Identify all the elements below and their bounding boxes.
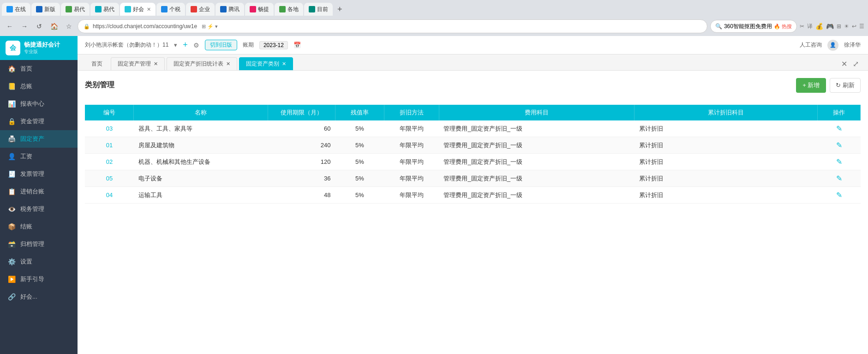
tab-category[interactable]: 固定资产类别 ✕ (239, 57, 293, 70)
sidebar-item-tax[interactable]: 👁️ 税务管理 (0, 200, 78, 218)
menu-icon[interactable]: ☰ (859, 23, 864, 30)
tab-fixed-mgmt[interactable]: 固定资产管理 ✕ (111, 57, 165, 70)
tab-close-depreciation[interactable]: ✕ (226, 61, 230, 67)
close-panel-btn[interactable]: ✕ (839, 58, 849, 70)
tab-close-category[interactable]: ✕ (282, 61, 286, 67)
browser-tab-6[interactable]: 个税 (156, 3, 185, 16)
reload-btn[interactable]: ↺ (33, 20, 45, 32)
grid-icon[interactable]: ⊞ (837, 23, 841, 30)
tab-close-fixed-mgmt[interactable]: ✕ (154, 61, 158, 67)
translate-icon[interactable]: 译 (807, 23, 813, 30)
tab-icon-4 (95, 6, 102, 12)
cell-period: 240 (268, 137, 335, 154)
sidebar-item-more[interactable]: 🔗 好会... (0, 288, 78, 306)
sidebar-item-archive[interactable]: 🗃️ 归档管理 (0, 235, 78, 253)
sidebar-item-settings[interactable]: ⚙️ 设置 (0, 253, 78, 270)
tab-icon-2 (36, 6, 42, 12)
cell-edit[interactable]: ✎ (818, 137, 861, 154)
settings-icon: ⚙️ (7, 258, 16, 266)
browser-tab-10[interactable]: 各地 (275, 3, 303, 16)
calendar-icon[interactable]: 📅 (293, 42, 301, 48)
bookmark-btn[interactable]: ☆ (63, 20, 75, 32)
cell-accum: 累计折旧 (635, 170, 818, 187)
data-table: 编号 名称 使用期限（月） 残值率 折旧方法 费用科目 累计折旧科目 操作 03… (85, 105, 861, 204)
browser-tab-3[interactable]: 易代 (61, 3, 90, 16)
cell-residual: 5% (335, 137, 384, 154)
sidebar-item-guide[interactable]: ▶️ 新手引导 (0, 270, 78, 288)
cell-code[interactable]: 03 (85, 120, 134, 137)
tab-home[interactable]: 首页 (85, 58, 109, 70)
tab-icon-10 (279, 6, 286, 12)
cell-edit[interactable]: ✎ (818, 154, 861, 170)
sidebar-label-salary: 工资 (20, 152, 32, 161)
browser-tab-7[interactable]: 企业 (186, 3, 215, 16)
sidebar-label-reports: 报表中心 (20, 100, 44, 108)
cell-edit[interactable]: ✎ (818, 187, 861, 204)
back-btn[interactable]: ← (4, 20, 16, 32)
address-bar: ← → ↺ 🏠 ☆ 🔒 https://cloud.chanjet.com/ac… (0, 17, 868, 36)
sidebar-item-io[interactable]: 📋 进销台账 (0, 183, 78, 200)
sidebar-item-invoice[interactable]: 🧾 发票管理 (0, 165, 78, 183)
switch-version-btn[interactable]: 切到旧版 (205, 40, 237, 50)
sidebar-item-salary[interactable]: 👤 工资 (0, 148, 78, 165)
sidebar-item-close[interactable]: 📦 结账 (0, 218, 78, 235)
browser-tab-4[interactable]: 易代 (90, 3, 119, 16)
close-icon: 📦 (7, 222, 16, 231)
browser-tab-9[interactable]: 畅提 (245, 3, 274, 16)
tab-close-5[interactable]: ✕ (147, 6, 151, 12)
browser-tab-2[interactable]: 新版 (31, 3, 60, 16)
refresh-btn[interactable]: ↻ 刷新 (830, 78, 861, 93)
settings-gear-icon[interactable]: ⚙ (193, 42, 199, 49)
sidebar-item-reports[interactable]: 📊 报表中心 (0, 95, 78, 113)
cell-edit[interactable]: ✎ (818, 120, 861, 137)
tab-icon-6 (161, 6, 168, 12)
cell-accum: 累计折旧 (635, 137, 818, 154)
add-btn[interactable]: + 新增 (796, 78, 826, 93)
browser-tab-11[interactable]: 目前 (304, 3, 333, 16)
cell-code[interactable]: 01 (85, 137, 134, 154)
new-tab-btn[interactable]: + (334, 5, 346, 14)
undo-icon[interactable]: ↩ (852, 23, 856, 30)
brightness-icon[interactable]: ☀ (844, 23, 849, 30)
cell-name: 房屋及建筑物 (134, 137, 268, 154)
hot-label: 🔥 热搜 (774, 23, 792, 30)
tab-category-label: 固定资产类别 (246, 60, 279, 68)
cell-code[interactable]: 05 (85, 170, 134, 187)
sidebar-label-capital: 资金管理 (20, 117, 44, 126)
io-icon: 📋 (7, 187, 16, 196)
home-btn[interactable]: 🏠 (48, 20, 60, 32)
tab-icon-7 (191, 6, 197, 12)
search-bar[interactable]: 🔍 360智能抠图免费用 🔥 热搜 (710, 20, 797, 33)
url-bar[interactable]: 🔒 https://cloud.chanjet.com/accounting/u… (78, 19, 707, 33)
browser-chrome: 在线 新版 易代 易代 好会 ✕ 个税 企业 腾讯 (0, 0, 868, 36)
cell-edit[interactable]: ✎ (818, 170, 861, 187)
browser-tab-5[interactable]: 好会 ✕ (120, 3, 156, 16)
sidebar-item-home[interactable]: 🏠 首页 (0, 60, 78, 78)
add-account-btn[interactable]: + (183, 40, 188, 50)
search-text: 360智能抠图免费用 (724, 23, 772, 30)
table-row: 03器具、工具、家具等605%年限平均管理费用_固定资产折旧_一级累计折旧✎ (85, 120, 861, 137)
th-method: 折旧方法 (384, 105, 439, 120)
cell-expense: 管理费用_固定资产折旧_一级 (439, 170, 634, 187)
table-row: 05电子设备365%年限平均管理费用_固定资产折旧_一级累计折旧✎ (85, 170, 861, 187)
cut-icon[interactable]: ✂ (800, 23, 804, 30)
dropdown-icon[interactable]: ▾ (174, 42, 177, 48)
sidebar-item-fixed[interactable]: 🖨️ 固定资产 (0, 130, 78, 148)
game-icon[interactable]: 🎮 (826, 23, 834, 30)
th-action: 操作 (818, 105, 861, 120)
url-text: https://cloud.chanjet.com/accounting/uw1… (93, 23, 197, 30)
tab-depreciation[interactable]: 固定资产折旧统计表 ✕ (167, 57, 237, 70)
cell-code[interactable]: 04 (85, 187, 134, 204)
expand-panel-btn[interactable]: ⤢ (851, 58, 861, 70)
coin-icon[interactable]: 💰 (815, 23, 823, 30)
cell-name: 运输工具 (134, 187, 268, 204)
home-icon: 🏠 (7, 65, 16, 73)
sidebar-item-ledger[interactable]: 📒 总账 (0, 78, 78, 95)
browser-tab-8[interactable]: 腾讯 (216, 3, 244, 16)
cell-code[interactable]: 02 (85, 154, 134, 170)
consult-btn[interactable]: 人工咨询 (800, 41, 822, 49)
browser-tab-1[interactable]: 在线 (2, 3, 30, 16)
forward-btn[interactable]: → (18, 20, 30, 32)
tax-icon: 👁️ (7, 205, 16, 213)
sidebar-item-capital[interactable]: 🔒 资金管理 (0, 113, 78, 130)
